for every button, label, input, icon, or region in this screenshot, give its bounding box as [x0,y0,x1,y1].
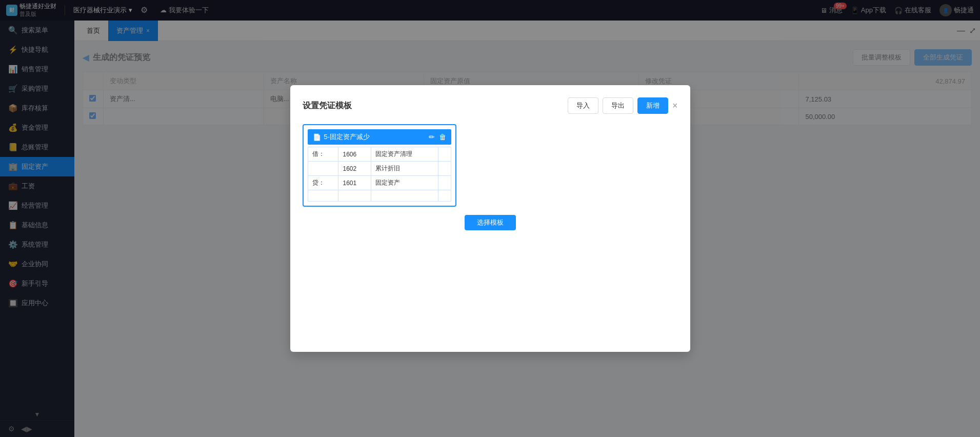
entry-type [308,162,338,176]
template-table: 借： 1606 固定资产清理 1602 累计折旧 [308,147,451,202]
empty-cell [371,190,438,202]
template-card-header: 📄 5-固定资产减少 ✏ 🗑 [308,129,451,145]
entry-code: 1606 [338,147,371,162]
entry-extra [438,162,451,176]
entry-code: 1601 [338,176,371,190]
empty-cell [308,190,338,202]
template-name: 5-固定资产减少 [324,132,370,142]
entry-account: 固定资产清理 [371,147,438,162]
template-empty-row [308,190,451,202]
template-row: 借： 1606 固定资产清理 [308,147,451,162]
main-area: 🔍 搜索菜单 ⚡ 快捷导航 📊 销售管理 🛒 采购管理 [0,21,980,437]
modal-title: 设置凭证模板 [303,101,352,111]
modal-overlay: 设置凭证模板 导入 导出 新增 × [74,41,980,437]
content-area: 首页 资产管理 × — ⤢ ◀ 生成的凭证预览 [74,21,980,437]
template-card-actions: ✏ 🗑 [429,133,446,141]
entry-extra [438,176,451,190]
empty-cell [438,190,451,202]
template-row: 1602 累计折旧 [308,162,451,176]
app-container: 财 畅捷通好业财 普及版 医疗器械行业演示 ▾ ⚙ ☁ 我要体验一下 🖥 消息 [0,0,980,437]
modal-header: 设置凭证模板 导入 导出 新增 × [303,97,678,114]
select-template-btn[interactable]: 选择模板 [465,215,516,230]
template-card-title: 📄 5-固定资产减少 [313,132,370,142]
modal-actions: 导入 导出 新增 × [568,97,678,114]
template-doc-icon: 📄 [313,133,321,141]
import-btn[interactable]: 导入 [568,97,598,114]
page-content: ◀ 生成的凭证预览 批量调整模板 全部生成凭证 变动类型 [74,41,980,437]
entry-type: 借： [308,147,338,162]
template-card: 📄 5-固定资产减少 ✏ 🗑 [303,124,456,207]
entry-type: 贷： [308,176,338,190]
new-template-btn[interactable]: 新增 [637,97,668,114]
export-btn[interactable]: 导出 [603,97,633,114]
modal-close-btn[interactable]: × [672,97,678,114]
entry-extra [438,147,451,162]
modal-dialog: 设置凭证模板 导入 导出 新增 × [290,85,690,352]
delete-template-icon[interactable]: 🗑 [439,133,446,141]
entry-account: 累计折旧 [371,162,438,176]
empty-cell [338,190,371,202]
entry-account: 固定资产 [371,176,438,190]
edit-template-icon[interactable]: ✏ [429,133,435,141]
entry-code: 1602 [338,162,371,176]
template-row: 贷： 1601 固定资产 [308,176,451,190]
